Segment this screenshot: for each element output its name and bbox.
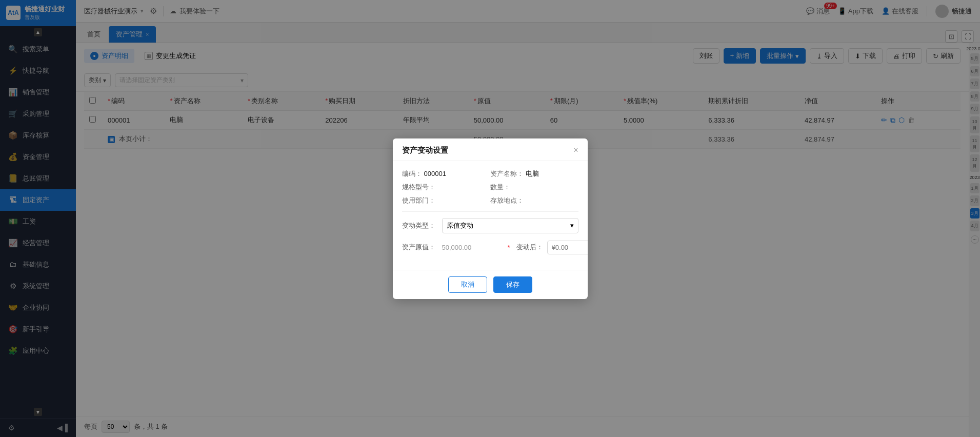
dialog-dept-label: 使用部门： <box>402 196 435 205</box>
dialog-close-button[interactable]: × <box>573 146 578 155</box>
dialog-code-value: 000001 <box>424 170 446 177</box>
dialog-asset-name-label: 资产名称： <box>490 169 524 178</box>
dialog-spec-label: 规格型号： <box>402 183 435 192</box>
save-button[interactable]: 保存 <box>493 276 532 293</box>
dialog-spec-field: 规格型号： <box>402 183 490 192</box>
cancel-button[interactable]: 取消 <box>448 276 487 293</box>
dialog-dept-field: 使用部门： <box>402 196 490 205</box>
dialog-original-value-display: 50,000.00 <box>442 241 504 254</box>
dialog-body: 编码： 000001 资产名称： 电脑 规格型号： 数量： <box>393 161 588 270</box>
dialog-quantity-field: 数量： <box>490 183 578 192</box>
dialog-value-row: 资产原值： 50,000.00 * 变动后： <box>402 241 578 254</box>
dialog-title: 资产变动设置 <box>402 146 448 155</box>
dialog-quantity-label: 数量： <box>490 183 510 192</box>
dialog-change-type-select[interactable]: 原值变动 ▾ <box>442 218 578 233</box>
dialog-location-field: 存放地点： <box>490 196 578 205</box>
dialog-code-field: 编码： 000001 <box>402 169 490 178</box>
asset-change-dialog: 资产变动设置 × 编码： 000001 资产名称： 电脑 规格型号： <box>393 138 588 299</box>
dialog-change-type-row: 变动类型： 原值变动 ▾ <box>402 218 578 233</box>
dialog-after-change-label: 变动后： <box>516 243 543 252</box>
dialog-change-type-chevron-icon: ▾ <box>570 222 574 229</box>
dialog-original-value-label: 资产原值： <box>402 243 438 252</box>
dialog-info-row-2: 规格型号： 数量： <box>402 183 578 192</box>
dialog-code-label: 编码： <box>402 169 422 178</box>
dialog-header: 资产变动设置 × <box>393 138 588 161</box>
dialog-after-change-input[interactable] <box>547 241 588 254</box>
dialog-asset-name-field: 资产名称： 电脑 <box>490 169 578 178</box>
dialog-location-label: 存放地点： <box>490 196 524 205</box>
dialog-footer: 取消 保存 <box>393 270 588 299</box>
dialog-info-row-1: 编码： 000001 资产名称： 电脑 <box>402 169 578 178</box>
dialog-change-type-label: 变动类型： <box>402 221 438 230</box>
dialog-info-row-3: 使用部门： 存放地点： <box>402 196 578 205</box>
dialog-change-type-value: 原值变动 <box>447 221 473 230</box>
dialog-asset-name-value: 电脑 <box>526 169 539 178</box>
dialog-required-star: * <box>508 244 510 251</box>
modal-overlay: 资产变动设置 × 编码： 000001 资产名称： 电脑 规格型号： <box>0 0 980 437</box>
dialog-divider <box>402 211 578 212</box>
